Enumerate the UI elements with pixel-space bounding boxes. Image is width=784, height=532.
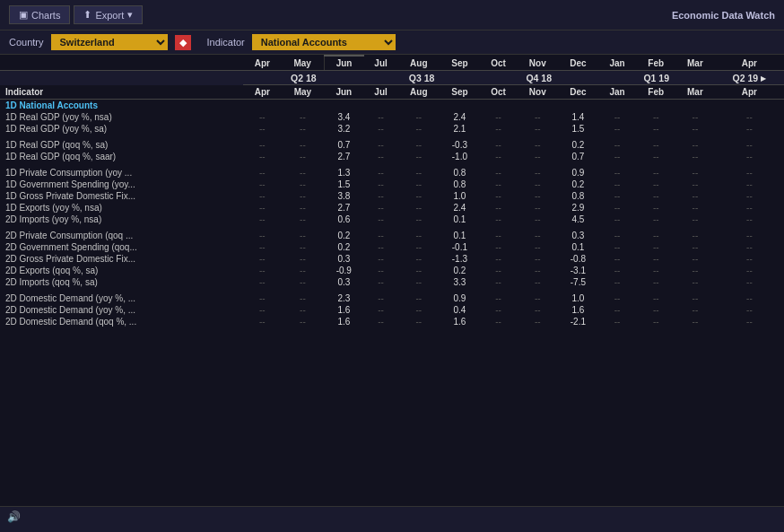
data-cell: 0.2 [558, 179, 598, 190]
feb-q1-header: Feb [636, 56, 675, 71]
data-cell: 3.2 [324, 123, 364, 135]
data-cell: -- [398, 190, 440, 202]
data-cell: -- [715, 253, 784, 265]
data-cell: 0.3 [324, 276, 364, 288]
table-row: 1D Real GDP (yoy %, sa)----3.2----2.1---… [0, 123, 784, 135]
export-icon: ⬆ [83, 9, 91, 21]
data-cell: -- [364, 253, 398, 265]
data-cell: -- [480, 190, 518, 202]
sep-th: Sep [440, 85, 480, 100]
data-cell: -- [598, 304, 637, 316]
data-cell: 0.6 [324, 214, 364, 225]
data-cell: -- [675, 111, 715, 123]
data-table-container: Apr May Q2 18Jun Jul Aug Sep Oct Nov Dec… [0, 55, 784, 506]
data-cell: -- [398, 214, 440, 225]
may-q2-header: May [282, 56, 324, 71]
indicator-label: Indicator [207, 37, 245, 48]
indicator-dropdown[interactable]: National Accounts [252, 34, 396, 50]
table-row: 1D Exports (yoy %, nsa)----2.7----2.4---… [0, 202, 784, 214]
data-cell: -- [598, 202, 637, 214]
data-cell: -- [398, 230, 440, 241]
data-cell: -- [282, 179, 324, 190]
table-row: 2D Exports (qoq %, sa)-----0.9----0.2---… [0, 265, 784, 276]
data-cell: -- [636, 167, 675, 179]
country-nav-button[interactable]: ◆ [175, 35, 191, 50]
data-cell: 2.1 [440, 123, 480, 135]
data-cell: -- [480, 151, 518, 162]
export-tab-label: Export [95, 10, 124, 21]
data-cell: -- [243, 139, 282, 151]
selector-bar: Country Switzerland ◆ Indicator National… [0, 31, 784, 55]
data-cell: -- [715, 214, 784, 225]
top-bar: ▣ Charts ⬆ Export ▾ Economic Data Watch [0, 0, 784, 31]
data-cell: -- [517, 292, 558, 304]
country-dropdown[interactable]: Switzerland [51, 34, 168, 50]
data-cell: -- [243, 292, 282, 304]
data-cell: -- [398, 151, 440, 162]
data-cell: -- [715, 167, 784, 179]
data-cell: -- [675, 190, 715, 202]
table-row: 1D Real GDP (qoq %, sa)----0.7-----0.3--… [0, 139, 784, 151]
data-cell: 2.7 [324, 151, 364, 162]
data-cell: -- [480, 253, 518, 265]
data-cell: -- [517, 276, 558, 288]
data-cell: -- [675, 292, 715, 304]
apr-q2-19-header: Apr [715, 56, 784, 71]
data-cell: -- [598, 316, 637, 327]
data-cell: -- [517, 139, 558, 151]
data-cell: -- [364, 111, 398, 123]
data-cell: 1.6 [324, 316, 364, 327]
data-cell: -- [480, 276, 518, 288]
data-cell: -- [517, 253, 558, 265]
data-cell: -- [243, 316, 282, 327]
data-cell: -- [715, 151, 784, 162]
data-cell: -- [282, 190, 324, 202]
data-cell: 0.2 [324, 241, 364, 253]
data-cell: -- [675, 139, 715, 151]
data-cell: 0.3 [324, 253, 364, 265]
data-cell: -- [715, 111, 784, 123]
data-cell: -- [675, 167, 715, 179]
charts-tab[interactable]: ▣ Charts [9, 5, 70, 24]
aug-th: Aug [398, 85, 440, 100]
mar-q1-header: Mar [675, 56, 715, 71]
data-cell [715, 100, 784, 112]
indicator-name: 1D Real GDP (yoy %, nsa) [0, 111, 243, 123]
table-row: 1D Real GDP (qoq %, saar)----2.7-----1.0… [0, 151, 784, 162]
data-cell: 3.8 [324, 190, 364, 202]
data-cell: -1.3 [440, 253, 480, 265]
data-cell: -- [243, 167, 282, 179]
data-cell: 0.1 [440, 214, 480, 225]
data-cell: 2.3 [324, 292, 364, 304]
data-cell: 1.3 [324, 167, 364, 179]
data-cell: -- [282, 123, 324, 135]
data-cell: -- [715, 265, 784, 276]
data-cell: 0.1 [558, 241, 598, 253]
data-cell: 1.6 [324, 304, 364, 316]
data-cell: -- [636, 265, 675, 276]
data-cell: -1.0 [440, 151, 480, 162]
table-row: 1D Gross Private Domestic Fix...----3.8-… [0, 190, 784, 202]
data-cell: -- [243, 179, 282, 190]
data-cell: -- [598, 253, 637, 265]
data-cell: -- [598, 241, 637, 253]
oct-th: Oct [480, 85, 518, 100]
data-cell: 1.6 [440, 316, 480, 327]
table-row: 2D Domestic Demand (qoq %, ...----1.6---… [0, 316, 784, 327]
country-label: Country [9, 37, 44, 48]
indicator-name: 1D Private Consumption (yoy ... [0, 167, 243, 179]
data-cell: -- [282, 304, 324, 316]
data-cell: -- [364, 292, 398, 304]
data-cell: -- [364, 139, 398, 151]
data-cell: -- [243, 111, 282, 123]
section-header-row: 1D National Accounts [0, 100, 784, 112]
indicator-name: 2D Domestic Demand (yoy %, ... [0, 304, 243, 316]
charts-tab-label: Charts [31, 10, 60, 21]
data-cell: 0.7 [324, 139, 364, 151]
data-cell: -- [480, 304, 518, 316]
data-cell: 3.4 [324, 111, 364, 123]
data-cell: -- [243, 276, 282, 288]
data-cell [324, 100, 364, 112]
export-tab[interactable]: ⬆ Export ▾ [74, 5, 143, 24]
dec-q4-header: Dec [558, 56, 598, 71]
